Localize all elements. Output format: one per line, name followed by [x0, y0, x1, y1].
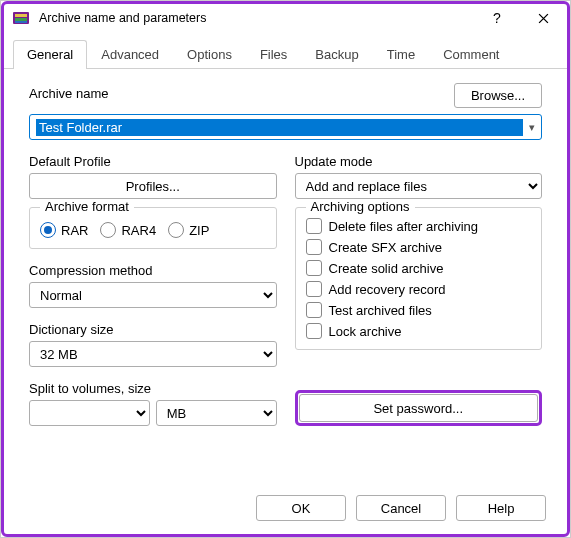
- option-label: Lock archive: [329, 324, 402, 339]
- option-label: Add recovery record: [329, 282, 446, 297]
- radio-rar4-label: RAR4: [121, 223, 156, 238]
- help-button[interactable]: ?: [474, 4, 520, 32]
- split-volumes-label: Split to volumes, size: [29, 381, 277, 396]
- option-lock-archive[interactable]: Lock archive: [306, 323, 532, 339]
- tab-general[interactable]: General: [13, 40, 87, 69]
- update-mode-label: Update mode: [295, 154, 543, 169]
- app-icon: [13, 10, 29, 26]
- split-volumes-unit-select[interactable]: MB: [156, 400, 277, 426]
- option-create-sfx[interactable]: Create SFX archive: [306, 239, 532, 255]
- cancel-button[interactable]: Cancel: [356, 495, 446, 521]
- tab-content: Archive name Browse... Test Folder.rar ▾…: [1, 69, 570, 483]
- profiles-button[interactable]: Profiles...: [29, 173, 277, 199]
- browse-button[interactable]: Browse...: [454, 83, 542, 108]
- help-button-footer[interactable]: Help: [456, 495, 546, 521]
- tab-backup[interactable]: Backup: [301, 40, 372, 69]
- option-test-archived[interactable]: Test archived files: [306, 302, 532, 318]
- title-bar: Archive name and parameters ?: [1, 1, 570, 35]
- checkbox-icon: [306, 239, 322, 255]
- radio-rar4[interactable]: RAR4: [100, 222, 156, 238]
- svg-rect-1: [15, 14, 27, 17]
- chevron-down-icon: ▾: [523, 121, 535, 134]
- archive-name-input[interactable]: Test Folder.rar ▾: [29, 114, 542, 140]
- checkbox-icon: [306, 281, 322, 297]
- compression-method-label: Compression method: [29, 263, 277, 278]
- option-add-recovery[interactable]: Add recovery record: [306, 281, 532, 297]
- right-column: Update mode Add and replace files Archiv…: [295, 154, 543, 426]
- archive-name-value: Test Folder.rar: [36, 119, 523, 136]
- dialog-footer: OK Cancel Help: [1, 483, 570, 537]
- checkbox-icon: [306, 218, 322, 234]
- dictionary-size-label: Dictionary size: [29, 322, 277, 337]
- checkbox-icon: [306, 260, 322, 276]
- radio-icon: [100, 222, 116, 238]
- checkbox-icon: [306, 323, 322, 339]
- radio-icon: [40, 222, 56, 238]
- radio-rar-label: RAR: [61, 223, 88, 238]
- option-label: Create solid archive: [329, 261, 444, 276]
- update-mode-select[interactable]: Add and replace files: [295, 173, 543, 199]
- archiving-options-label: Archiving options: [306, 199, 415, 214]
- annotation-set-password-highlight: Set password...: [295, 390, 543, 426]
- option-create-solid[interactable]: Create solid archive: [306, 260, 532, 276]
- tab-files[interactable]: Files: [246, 40, 301, 69]
- archive-name-label: Archive name: [29, 86, 442, 101]
- tab-time[interactable]: Time: [373, 40, 429, 69]
- checkbox-icon: [306, 302, 322, 318]
- svg-rect-3: [15, 21, 27, 23]
- option-label: Create SFX archive: [329, 240, 442, 255]
- default-profile-label: Default Profile: [29, 154, 277, 169]
- compression-method-select[interactable]: Normal: [29, 282, 277, 308]
- window-title: Archive name and parameters: [39, 11, 474, 25]
- split-volumes-size-select[interactable]: [29, 400, 150, 426]
- svg-rect-2: [15, 18, 27, 21]
- archive-format-label: Archive format: [40, 199, 134, 214]
- option-delete-after[interactable]: Delete files after archiving: [306, 218, 532, 234]
- option-label: Test archived files: [329, 303, 432, 318]
- archive-format-group: Archive format RAR RAR4 ZIP: [29, 207, 277, 249]
- option-label: Delete files after archiving: [329, 219, 479, 234]
- tab-options[interactable]: Options: [173, 40, 246, 69]
- tab-strip: General Advanced Options Files Backup Ti…: [1, 35, 570, 69]
- dictionary-size-select[interactable]: 32 MB: [29, 341, 277, 367]
- set-password-button[interactable]: Set password...: [299, 394, 539, 422]
- close-icon: [538, 13, 549, 24]
- dialog-window: Archive name and parameters ? General Ad…: [0, 0, 571, 538]
- ok-button[interactable]: OK: [256, 495, 346, 521]
- radio-zip-label: ZIP: [189, 223, 209, 238]
- close-button[interactable]: [520, 4, 566, 32]
- left-column: Default Profile Profiles... Archive form…: [29, 154, 277, 426]
- radio-zip[interactable]: ZIP: [168, 222, 209, 238]
- archiving-options-group: Archiving options Delete files after arc…: [295, 207, 543, 350]
- tab-advanced[interactable]: Advanced: [87, 40, 173, 69]
- radio-rar[interactable]: RAR: [40, 222, 88, 238]
- tab-comment[interactable]: Comment: [429, 40, 513, 69]
- radio-icon: [168, 222, 184, 238]
